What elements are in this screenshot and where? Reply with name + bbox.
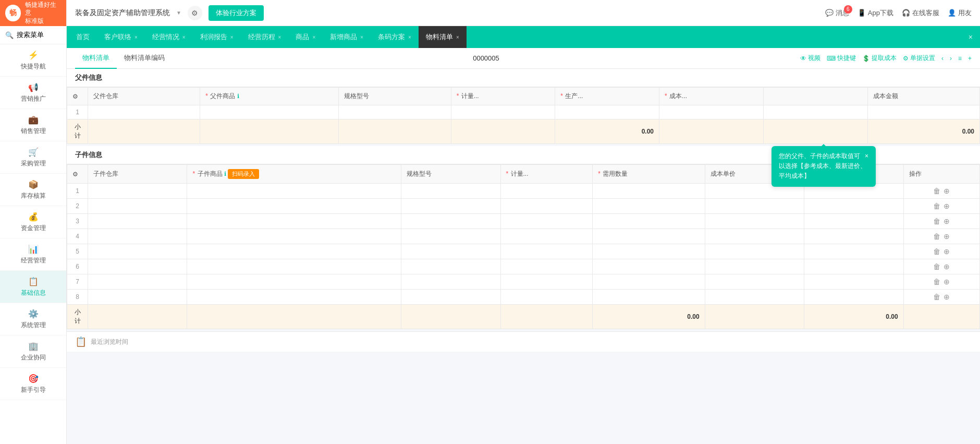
tab-home[interactable]: 首页: [69, 26, 97, 48]
child-unit-4[interactable]: [500, 229, 593, 244]
copy-icon-2[interactable]: ⊕: [944, 202, 950, 210]
sidebar-item-guide[interactable]: 🎯 新手引导: [0, 368, 66, 400]
tab-bomlist[interactable]: 物料清单 ×: [419, 26, 467, 48]
nav-next-button[interactable]: ›: [950, 55, 952, 62]
child-col-settings[interactable]: ⚙: [67, 165, 88, 184]
child-quantity-3[interactable]: [593, 214, 705, 229]
tab-close-customers[interactable]: ×: [134, 34, 138, 40]
user-button[interactable]: 👤 用友: [948, 8, 972, 18]
tab-newproduct[interactable]: 新增商品 ×: [323, 26, 371, 48]
close-all-tabs[interactable]: ×: [963, 33, 978, 41]
child-product-4[interactable]: [187, 229, 401, 244]
child-unitcost-5[interactable]: [705, 244, 804, 259]
subtab-bomcode[interactable]: 物料清单编码: [117, 48, 172, 69]
copy-icon-3[interactable]: ⊕: [944, 217, 950, 225]
tab-operation[interactable]: 经营情况 ×: [145, 26, 193, 48]
child-unit-5[interactable]: [500, 244, 593, 259]
nav-prev-button[interactable]: ‹: [941, 55, 944, 62]
trial-button[interactable]: 体验行业方案: [209, 5, 264, 21]
child-unit-1[interactable]: [500, 184, 593, 199]
system-dropdown[interactable]: ▼: [176, 10, 181, 16]
child-unit-2[interactable]: [500, 199, 593, 214]
child-spec-4[interactable]: [401, 229, 500, 244]
tab-history[interactable]: 经营历程 ×: [241, 26, 289, 48]
child-unitcost-7[interactable]: [705, 274, 804, 290]
child-warehouse-3[interactable]: [88, 214, 187, 229]
child-warehouse-8[interactable]: [88, 290, 187, 305]
child-product-6[interactable]: [187, 259, 401, 274]
child-quantity-5[interactable]: [593, 244, 705, 259]
delete-icon-2[interactable]: 🗑: [933, 202, 940, 210]
copy-icon-6[interactable]: ⊕: [944, 262, 950, 271]
child-warehouse-4[interactable]: [88, 229, 187, 244]
child-spec-8[interactable]: [401, 290, 500, 305]
tab-close-profit[interactable]: ×: [230, 34, 234, 40]
copy-icon-4[interactable]: ⊕: [944, 232, 950, 241]
child-product-2[interactable]: [187, 199, 401, 214]
child-spec-6[interactable]: [401, 259, 500, 274]
delete-icon-3[interactable]: 🗑: [933, 217, 940, 225]
sidebar-item-operation[interactable]: 📊 经营管理: [0, 238, 66, 271]
tab-close-bomlist[interactable]: ×: [456, 34, 459, 40]
parent-warehouse-1[interactable]: [88, 105, 200, 119]
child-unit-6[interactable]: [500, 259, 593, 274]
settings-action[interactable]: ⚙ 单据设置: [903, 54, 935, 63]
child-quantity-8[interactable]: [593, 290, 705, 305]
tab-close-operation[interactable]: ×: [182, 34, 186, 40]
settings-button[interactable]: ⚙: [188, 6, 202, 20]
delete-icon-4[interactable]: 🗑: [933, 232, 940, 241]
sidebar-item-finance[interactable]: 💰 资金管理: [0, 206, 66, 238]
sidebar-item-quicknav[interactable]: ⚡ 快捷导航: [0, 44, 66, 77]
child-unitcost-4[interactable]: [705, 229, 804, 244]
parent-produce-1[interactable]: [555, 105, 659, 119]
tab-close-history[interactable]: ×: [278, 34, 281, 40]
child-product-8[interactable]: [187, 290, 401, 305]
sidebar-item-purchase[interactable]: 🛒 采购管理: [0, 141, 66, 174]
message-button[interactable]: 💬 6 消息: [825, 8, 849, 18]
child-product-3[interactable]: [187, 214, 401, 229]
shortcut-action[interactable]: ⌨ 快捷键: [827, 54, 856, 63]
child-product-5[interactable]: [187, 244, 401, 259]
child-unitcost-3[interactable]: [705, 214, 804, 229]
app-download-button[interactable]: 📱 App下载: [858, 8, 893, 18]
copy-icon-1[interactable]: ⊕: [944, 187, 950, 195]
sidebar-item-enterprise[interactable]: 🏢 企业协同: [0, 335, 66, 368]
copy-icon-8[interactable]: ⊕: [944, 293, 950, 301]
tab-profit[interactable]: 利润报告 ×: [193, 26, 241, 48]
child-product-1[interactable]: [187, 184, 401, 199]
parent-product-1[interactable]: [200, 105, 339, 119]
tab-close-newproduct[interactable]: ×: [360, 34, 363, 40]
cost-action[interactable]: 💲 提取成本: [862, 54, 897, 63]
child-warehouse-1[interactable]: [88, 184, 187, 199]
child-spec-2[interactable]: [401, 199, 500, 214]
child-unitcost-8[interactable]: [705, 290, 804, 305]
child-quantity-4[interactable]: [593, 229, 705, 244]
add-button[interactable]: +: [968, 55, 972, 62]
menu-button[interactable]: ≡: [958, 55, 962, 62]
child-unitcost-2[interactable]: [705, 199, 804, 214]
child-warehouse-7[interactable]: [88, 274, 187, 290]
child-warehouse-5[interactable]: [88, 244, 187, 259]
delete-icon-8[interactable]: 🗑: [933, 293, 940, 301]
delete-icon-7[interactable]: 🗑: [933, 278, 940, 286]
child-unit-3[interactable]: [500, 214, 593, 229]
copy-icon-7[interactable]: ⊕: [944, 278, 950, 286]
subtab-bomlist[interactable]: 物料清单: [75, 48, 117, 69]
child-spec-1[interactable]: [401, 184, 500, 199]
sidebar-item-basic[interactable]: 📋 基础信息: [0, 271, 66, 303]
parent-col-settings[interactable]: ⚙: [67, 88, 88, 105]
child-quantity-6[interactable]: [593, 259, 705, 274]
copy-icon-5[interactable]: ⊕: [944, 247, 950, 256]
child-warehouse-2[interactable]: [88, 199, 187, 214]
delete-icon-1[interactable]: 🗑: [933, 187, 940, 195]
scan-button[interactable]: 扫码录入: [228, 169, 259, 179]
child-warehouse-6[interactable]: [88, 259, 187, 274]
delete-icon-6[interactable]: 🗑: [933, 262, 940, 271]
sidebar-item-sales[interactable]: 💼 销售管理: [0, 109, 66, 141]
child-spec-5[interactable]: [401, 244, 500, 259]
online-service-button[interactable]: 🎧 在线客服: [902, 8, 939, 18]
parent-spec-1[interactable]: [339, 105, 451, 119]
view-action[interactable]: 👁 视频: [800, 54, 820, 63]
sidebar-item-marketing[interactable]: 📢 营销推广: [0, 77, 66, 109]
child-unitcost-6[interactable]: [705, 259, 804, 274]
